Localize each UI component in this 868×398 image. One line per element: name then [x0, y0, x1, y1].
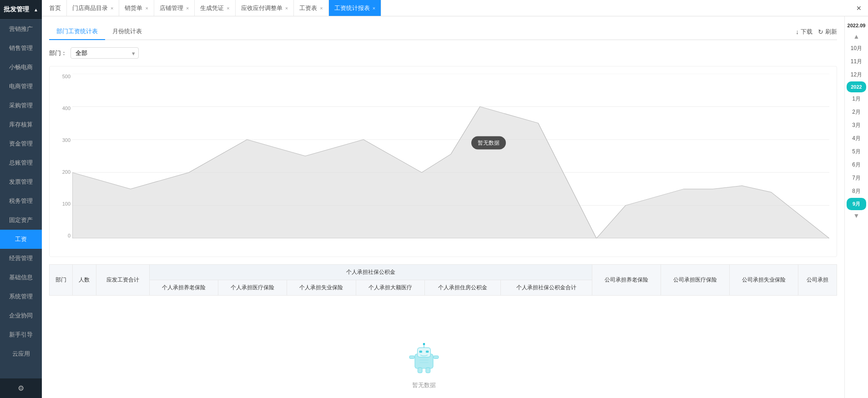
department-select-wrapper: 全部: [71, 47, 139, 59]
sidebar-item-10[interactable]: 固定资产: [0, 211, 42, 230]
table-empty-cell: 暂无数据: [50, 296, 798, 398]
top-tab-2[interactable]: 销货单×: [119, 0, 154, 16]
sidebar-arrow-icon: ▲: [34, 7, 38, 12]
sidebar-item-15[interactable]: 企业协同: [0, 306, 42, 325]
top-tab-5[interactable]: 应收应付调整单×: [236, 0, 294, 16]
department-select[interactable]: 全部: [71, 47, 139, 59]
top-tab-label-1: 门店商品目录: [72, 4, 108, 12]
close-all-tabs-button[interactable]: ✕: [852, 5, 866, 12]
top-tab-close-5[interactable]: ×: [285, 5, 288, 11]
sidebar-item-3[interactable]: 电商管理: [0, 77, 42, 96]
top-tab-close-2[interactable]: ×: [145, 5, 148, 11]
sidebar-header: 批发管理 ▲: [0, 0, 42, 20]
timeline-panel: 2022.09 ▲ 10月 11月 12月 2022 1月 2月 3月 4月 5…: [844, 16, 868, 398]
y-label-500: 500: [57, 74, 71, 79]
top-tab-4[interactable]: 生成凭证×: [195, 0, 235, 16]
top-tab-1[interactable]: 门店商品目录×: [67, 0, 119, 16]
sidebar-item-0[interactable]: 营销推广: [0, 20, 42, 39]
table-wrapper: 部门 人数 应发工资合计 个人承担社保公积金 公司承担养老保险 公司承担医疗保险…: [49, 264, 837, 398]
gear-icon[interactable]: ⚙: [18, 384, 24, 392]
top-tab-label-2: 销货单: [125, 4, 142, 12]
chart-svg-wrapper: 暂无数据: [72, 74, 829, 238]
timeline-1[interactable]: 1月: [845, 92, 868, 106]
top-tab-label-6: 工资表: [299, 4, 317, 12]
timeline-11[interactable]: 11月: [845, 55, 868, 68]
timeline-current-period: 2022.09: [845, 20, 868, 31]
top-tab-0[interactable]: 首页: [44, 0, 67, 16]
sidebar-item-16[interactable]: 新手引导: [0, 325, 42, 344]
empty-robot-icon: [406, 341, 442, 378]
sidebar-item-5[interactable]: 库存核算: [0, 115, 42, 134]
top-tabs-container: 首页门店商品目录×销货单×店铺管理×生成凭证×应收应付调整单×工资表×工资统计报…: [44, 0, 381, 16]
th-personal-pension: 个人承担养老保险: [150, 280, 218, 296]
table-empty-row: 暂无数据: [50, 296, 837, 398]
refresh-action[interactable]: ↻ 刷新: [818, 28, 837, 36]
refresh-label: 刷新: [825, 28, 837, 36]
empty-table-text: 暂无数据: [412, 381, 436, 389]
top-tab-label-4: 生成凭证: [200, 4, 224, 12]
th-personal-housing: 个人承担住房公积金: [424, 280, 501, 296]
sidebar-item-6[interactable]: 资金管理: [0, 134, 42, 153]
sidebar-item-8[interactable]: 发票管理: [0, 172, 42, 191]
sub-tabs-bar: 部门工资统计表 月份统计表 ↓ 下载 ↻ 刷新: [49, 24, 837, 40]
y-label-0: 0: [57, 233, 71, 238]
svg-point-9: [423, 343, 425, 345]
download-action[interactable]: ↓ 下载: [796, 28, 812, 36]
timeline-8[interactable]: 8月: [845, 185, 868, 198]
timeline-12[interactable]: 12月: [845, 68, 868, 81]
stats-table: 部门 人数 应发工资合计 个人承担社保公积金 公司承担养老保险 公司承担医疗保险…: [49, 264, 837, 398]
chart-svg: [72, 74, 829, 238]
timeline-5[interactable]: 5月: [845, 145, 868, 158]
top-tab-close-4[interactable]: ×: [227, 5, 229, 11]
filter-row: 部门： 全部: [49, 47, 837, 59]
top-tab-close-3[interactable]: ×: [186, 5, 189, 11]
svg-rect-12: [409, 356, 414, 358]
top-tab-close-1[interactable]: ×: [111, 5, 113, 11]
th-company-unemployment: 公司承担失业保险: [730, 265, 798, 296]
chart-no-data-text: 暂无数据: [478, 140, 500, 146]
top-tab-7[interactable]: 工资统计报表×: [329, 0, 381, 16]
tab-department-stats[interactable]: 部门工资统计表: [49, 24, 105, 40]
page-content: 部门工资统计表 月份统计表 ↓ 下载 ↻ 刷新 部门：: [42, 16, 844, 398]
top-tab-close-7[interactable]: ×: [373, 5, 375, 11]
timeline-2[interactable]: 2月: [845, 106, 868, 119]
empty-state: 暂无数据: [50, 323, 798, 398]
sidebar-item-11[interactable]: 工资: [0, 230, 42, 249]
timeline-4[interactable]: 4月: [845, 132, 868, 145]
timeline-3[interactable]: 3月: [845, 119, 868, 132]
download-label: 下载: [801, 28, 812, 36]
sidebar-item-14[interactable]: 系统管理: [0, 287, 42, 306]
y-label-300: 300: [57, 137, 71, 143]
timeline-6[interactable]: 6月: [845, 158, 868, 171]
timeline-7[interactable]: 7月: [845, 171, 868, 185]
top-tab-label-5: 应收应付调整单: [241, 4, 283, 12]
th-personal-total: 个人承担社保公积金合计: [501, 280, 592, 296]
svg-rect-15: [426, 368, 430, 373]
top-tab-3[interactable]: 店铺管理×: [154, 0, 195, 16]
top-tab-close-6[interactable]: ×: [320, 5, 323, 11]
timeline-9[interactable]: 9月: [847, 198, 866, 210]
sidebar-title: 批发管理: [4, 5, 29, 14]
sidebar-item-13[interactable]: 基础信息: [0, 268, 42, 287]
sidebar-item-2[interactable]: 小畅电商: [0, 58, 42, 77]
th-personal-social: 个人承担社保公积金: [150, 265, 592, 280]
th-department: 部门: [50, 265, 73, 296]
th-company-medical: 公司承担医疗保险: [661, 265, 730, 296]
th-personal-medical: 个人承担医疗保险: [218, 280, 287, 296]
sidebar-item-4[interactable]: 采购管理: [0, 96, 42, 115]
tab-monthly-stats[interactable]: 月份统计表: [105, 24, 149, 40]
timeline-2022[interactable]: 2022: [847, 81, 866, 92]
sidebar-item-9[interactable]: 税务管理: [0, 191, 42, 211]
sidebar-item-12[interactable]: 经营管理: [0, 249, 42, 268]
th-personal-unemployment: 个人承担失业保险: [287, 280, 356, 296]
top-tab-6[interactable]: 工资表×: [294, 0, 328, 16]
timeline-10[interactable]: 10月: [845, 42, 868, 55]
sidebar-items-container: 营销推广销售管理小畅电商电商管理采购管理库存核算资金管理总账管理发票管理税务管理…: [0, 20, 42, 363]
sidebar-item-1[interactable]: 销售管理: [0, 39, 42, 58]
sidebar-item-7[interactable]: 总账管理: [0, 153, 42, 172]
timeline-down-nav[interactable]: ▼: [852, 210, 862, 221]
sidebar-item-17[interactable]: 云应用: [0, 344, 42, 363]
timeline-up-nav[interactable]: ▲: [852, 31, 862, 42]
top-tab-label-0: 首页: [49, 4, 61, 12]
th-company-other: 公司承担: [798, 265, 837, 296]
